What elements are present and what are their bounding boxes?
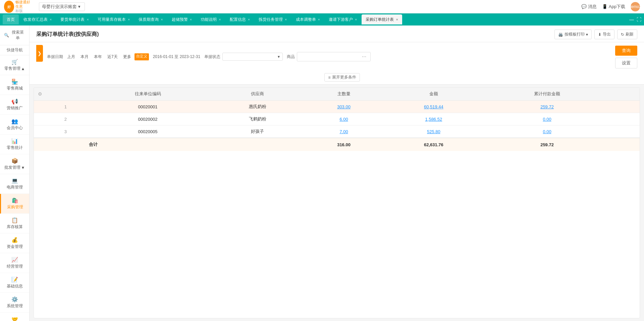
unit-code-cell: 00020002 <box>85 113 211 125</box>
tab-overstock-warning[interactable]: 超储预警 × <box>168 14 196 24</box>
message-button[interactable]: 💬 消息 <box>581 4 597 10</box>
sidebar-item-marketing[interactable]: 📢 营销推广 <box>0 95 29 115</box>
main-content: 采购订单统计表(按供应商) 🖨️ 按模板打印 ▾ ⬇ 导出 ↻ 刷新 ❯ <box>30 25 644 321</box>
close-icon[interactable]: × <box>128 17 130 21</box>
footer-label-cell: 合计 <box>85 138 211 151</box>
table-col-paid-amount: 累计付款金额 <box>484 88 610 101</box>
close-icon[interactable]: × <box>318 17 320 21</box>
footer-supplier-cell <box>211 138 305 151</box>
export-icon: ⬇ <box>598 32 601 37</box>
main-qty-cell[interactable]: 6.00 <box>305 113 383 125</box>
sidebar-item-cooperation[interactable]: 🤝 企业协同 <box>0 313 29 321</box>
status-filter-item: 单据状态 ▾ <box>204 53 283 61</box>
tab-purchase-stat[interactable]: 要货单统计表 × <box>56 14 93 24</box>
sidebar-item-retail-mall[interactable]: 🏪 零售商城 <box>0 75 29 95</box>
date-btn-last-month[interactable]: 上月 <box>65 53 77 60</box>
row-number-cell: 1 <box>46 101 85 113</box>
close-icon[interactable]: × <box>285 17 287 21</box>
column-settings-icon[interactable]: ⚙ <box>38 91 42 97</box>
sidebar-item-finance[interactable]: 💰 资金管理 <box>0 233 29 253</box>
sidebar-item-quick-nav[interactable]: 快捷导航 <box>0 45 29 55</box>
table-col-unit-code: 往来单位编码 <box>85 88 211 101</box>
sidebar-item-retail-stat[interactable]: 📊 零售统计 <box>0 135 29 154</box>
finance-icon: 💰 <box>11 237 18 243</box>
status-select[interactable]: ▾ <box>222 53 283 61</box>
sidebar-item-wholesale[interactable]: 📦 批发管理 ▼ <box>0 154 29 174</box>
date-btn-more[interactable]: 更多 <box>121 53 133 60</box>
tab-expiry-query[interactable]: 保质期查询 × <box>135 14 167 24</box>
sidebar-item-ecommerce[interactable]: 💻 电商管理 <box>0 174 29 194</box>
expand-more-button[interactable]: ≡ 展开更多条件 <box>324 73 360 82</box>
search-menu-button[interactable]: 🔍 搜索菜单 <box>3 28 26 42</box>
settings-button[interactable]: 设置 <box>615 58 637 68</box>
unit-code-cell: 00020005 <box>85 125 211 138</box>
close-icon[interactable]: × <box>87 17 89 21</box>
export-button[interactable]: ⬇ 导出 <box>594 30 614 39</box>
chevron-down-icon: ▾ <box>78 4 80 9</box>
sidebar-item-member[interactable]: 👥 会员中心 <box>0 115 29 135</box>
main-qty-cell[interactable]: 7.00 <box>305 125 383 138</box>
footer-amount-cell: 62,631.76 <box>383 138 484 151</box>
sidebar-search-area: 🔍 搜索菜单 <box>0 25 29 45</box>
chevron-down-icon: ▾ <box>586 32 588 37</box>
sidebar-item-operations[interactable]: 📈 经营管理 <box>0 253 29 273</box>
close-icon[interactable]: × <box>355 17 357 21</box>
tab-invite-downstream[interactable]: 邀请下游客户 × <box>325 14 361 24</box>
table-row: 1 00020001 惠氏奶粉 303.00 60,519.44 259.72 <box>34 101 640 113</box>
tab-home[interactable]: 首页 <box>3 14 19 24</box>
date-btn-7days[interactable]: 近7天 <box>105 53 120 60</box>
close-icon[interactable]: × <box>219 17 221 21</box>
download-icon: 📱 <box>602 4 607 9</box>
close-icon[interactable]: × <box>248 17 250 21</box>
goods-search-input[interactable] <box>300 54 361 59</box>
sidebar-item-inventory[interactable]: 📋 库存核算 <box>0 214 29 233</box>
table-col-supplier: 供应商 <box>211 88 305 101</box>
tab-receive-send[interactable]: 收发存汇总表 × <box>19 14 56 24</box>
table-header-row: ⚙ 往来单位编码 供应商 主数量 金额 累计付款金额 <box>34 88 640 101</box>
row-settings-cell <box>34 101 46 113</box>
print-icon: 🖨️ <box>558 32 563 37</box>
close-icon[interactable]: × <box>190 17 192 21</box>
date-btn-this-year[interactable]: 本年 <box>92 53 104 60</box>
amount-cell[interactable]: 525.80 <box>383 125 484 138</box>
tab-available-inventory[interactable]: 可用量库存账本 × <box>94 14 134 24</box>
main-qty-cell[interactable]: 303.00 <box>305 101 383 113</box>
app-download-button[interactable]: 📱 App下载 <box>602 4 625 10</box>
row-settings-cell <box>34 125 46 138</box>
sidebar-item-purchase[interactable]: 🛍️ 采购管理 <box>0 194 29 214</box>
tab-config-info[interactable]: 配置信息 × <box>226 14 254 24</box>
close-icon[interactable]: × <box>396 17 398 21</box>
paid-amount-cell[interactable]: 259.72 <box>484 101 610 113</box>
sidebar: 🔍 搜索菜单 快捷导航 🛒 零售管理 ▲ 🏪 零售商城 📢 营销推广 👥 会员中… <box>0 25 30 321</box>
paid-amount-cell[interactable]: 0.00 <box>484 113 610 125</box>
chevron-icon: ▼ <box>21 165 25 170</box>
supplier-cell: 飞鹤奶粉 <box>211 113 305 125</box>
amount-cell[interactable]: 1,586.52 <box>383 113 484 125</box>
filter-toggle-button[interactable]: ❯ <box>36 45 43 62</box>
maximize-icon[interactable]: ⛶ <box>637 17 641 22</box>
sidebar-item-retail[interactable]: 🛒 零售管理 ▲ <box>0 55 29 75</box>
tab-pick-task[interactable]: 拣货任务管理 × <box>255 14 291 24</box>
close-icon[interactable]: × <box>161 17 163 21</box>
sidebar-item-system[interactable]: ⚙️ 系统管理 <box>0 293 29 313</box>
query-button[interactable]: 查询 <box>615 46 637 56</box>
close-icon[interactable]: × <box>50 17 52 21</box>
goods-more-icon[interactable]: ··· <box>361 54 368 60</box>
workspace-selector[interactable]: 母婴行业演示账套 ▾ <box>39 2 85 11</box>
amount-cell[interactable]: 60,519.44 <box>383 101 484 113</box>
minimize-icon[interactable]: — <box>629 17 634 22</box>
purchase-icon: 🛍️ <box>12 197 18 204</box>
date-btn-this-month[interactable]: 本月 <box>78 53 91 60</box>
refresh-button[interactable]: ↻ 刷新 <box>617 30 637 39</box>
basic-info-icon: 📝 <box>11 276 18 283</box>
print-button[interactable]: 🖨️ 按模板打印 ▾ <box>554 30 592 39</box>
tab-function-desc[interactable]: 功能说明 × <box>197 14 225 24</box>
sidebar-item-basic-info[interactable]: 📝 基础信息 <box>0 273 29 293</box>
top-right-area: 💬 消息 📱 App下载 demo2 <box>581 2 640 11</box>
tab-cost-adjust[interactable]: 成本调整单 × <box>292 14 324 24</box>
tab-purchase-order-stat[interactable]: 采购订单统计表 × <box>362 14 402 24</box>
user-avatar[interactable]: demo2 <box>631 2 640 11</box>
nav-tabs-bar: 首页 收发存汇总表 × 要货单统计表 × 可用量库存账本 × 保质期查询 × 超… <box>0 13 644 25</box>
paid-amount-cell[interactable]: 0.00 <box>484 125 610 138</box>
custom-date-tag[interactable]: 自定义 <box>135 53 149 60</box>
